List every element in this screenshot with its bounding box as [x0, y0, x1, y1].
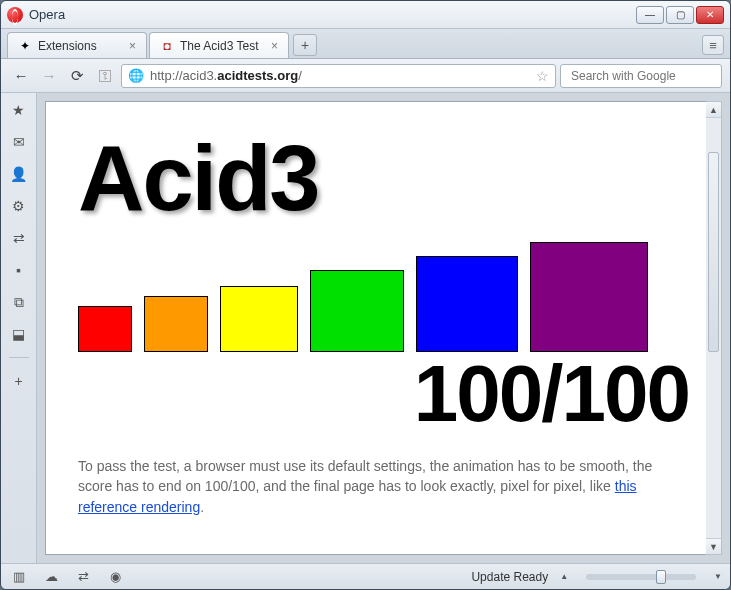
search-box[interactable] — [560, 64, 722, 88]
page-content: Acid3 100/100 To pass the test, a browse… — [45, 101, 722, 555]
reload-button[interactable]: ⟳ — [65, 64, 89, 88]
zoom-thumb[interactable] — [656, 570, 666, 584]
opera-logo-icon[interactable] — [7, 7, 23, 23]
status-text: Update Ready — [471, 570, 548, 584]
tab-close-icon[interactable]: × — [129, 39, 136, 53]
cloud-icon[interactable]: ☁ — [41, 568, 61, 586]
separator — [9, 357, 29, 358]
acid3-bar — [310, 270, 404, 352]
star-icon[interactable]: ★ — [8, 99, 30, 121]
bookmark-star-icon[interactable]: ☆ — [536, 68, 549, 84]
navigation-bar: ← → ⟳ ⚿ 🌐 http://acid3.acidtests.org/ ☆ — [1, 59, 730, 93]
tab-bar: ✦ Extensions × ◘ The Acid3 Test × + ≡ — [1, 29, 730, 59]
share-icon[interactable]: ⇄ — [8, 227, 30, 249]
app-name: Opera — [29, 7, 636, 22]
camera-icon[interactable]: ◉ — [105, 568, 125, 586]
acid3-bar — [144, 296, 208, 352]
maximize-button[interactable]: ▢ — [666, 6, 694, 24]
address-bar[interactable]: 🌐 http://acid3.acidtests.org/ ☆ — [121, 64, 556, 88]
close-button[interactable]: ✕ — [696, 6, 724, 24]
mail-icon[interactable]: ✉ — [8, 131, 30, 153]
scrollbar[interactable]: ▲ ▼ — [706, 101, 722, 555]
search-input[interactable] — [571, 69, 721, 83]
acid3-bar — [530, 242, 648, 352]
chevron-down-icon[interactable]: ▼ — [714, 572, 722, 581]
download-icon[interactable]: ⬓ — [8, 323, 30, 345]
note-icon[interactable]: ▪ — [8, 259, 30, 281]
content-area: Acid3 100/100 To pass the test, a browse… — [37, 93, 730, 563]
acid3-bar — [416, 256, 518, 352]
back-button[interactable]: ← — [9, 64, 33, 88]
tab-extensions[interactable]: ✦ Extensions × — [7, 32, 147, 58]
key-icon[interactable]: ⚿ — [93, 64, 117, 88]
status-bar: ▥ ☁ ⇄ ◉ Update Ready ▲ ▼ — [1, 563, 730, 589]
new-tab-button[interactable]: + — [293, 34, 317, 56]
globe-icon: 🌐 — [128, 68, 144, 83]
acid3-score: 100/100 — [78, 354, 689, 434]
zoom-slider[interactable] — [586, 574, 696, 580]
scroll-down-button[interactable]: ▼ — [706, 538, 721, 554]
page-icon: ◘ — [160, 39, 174, 53]
window-controls: — ▢ ✕ — [636, 6, 724, 24]
browser-window: Opera — ▢ ✕ ✦ Extensions × ◘ The Acid3 T… — [0, 0, 731, 590]
acid3-bar — [220, 286, 298, 352]
acid3-title: Acid3 — [78, 132, 689, 224]
titlebar: Opera — ▢ ✕ — [1, 1, 730, 29]
desc-text: To pass the test, a browser must use its… — [78, 458, 652, 494]
scroll-up-button[interactable]: ▲ — [706, 102, 721, 118]
panel-icon[interactable]: ▥ — [9, 568, 29, 586]
acid3-description: To pass the test, a browser must use its… — [78, 456, 689, 517]
chevron-up-icon[interactable]: ▲ — [560, 572, 568, 581]
tab-title: The Acid3 Test — [180, 39, 265, 53]
tab-acid3[interactable]: ◘ The Acid3 Test × — [149, 32, 289, 58]
user-icon[interactable]: 👤 — [8, 163, 30, 185]
body-row: ★ ✉ 👤 ⚙ ⇄ ▪ ⧉ ⬓ + Acid3 100/100 To pass … — [1, 93, 730, 563]
desc-suffix: . — [200, 499, 204, 515]
minimize-button[interactable]: — — [636, 6, 664, 24]
tab-close-icon[interactable]: × — [271, 39, 278, 53]
forward-button[interactable]: → — [37, 64, 61, 88]
plus-icon[interactable]: + — [8, 370, 30, 392]
tab-title: Extensions — [38, 39, 123, 53]
tab-menu-button[interactable]: ≡ — [702, 35, 724, 55]
acid3-bar — [78, 306, 132, 352]
window-icon[interactable]: ⧉ — [8, 291, 30, 313]
scroll-thumb[interactable] — [708, 152, 719, 352]
gear-icon[interactable]: ⚙ — [8, 195, 30, 217]
url-text: http://acid3.acidtests.org/ — [150, 68, 530, 83]
puzzle-icon: ✦ — [18, 39, 32, 53]
sidebar: ★ ✉ 👤 ⚙ ⇄ ▪ ⧉ ⬓ + — [1, 93, 37, 563]
sync-icon[interactable]: ⇄ — [73, 568, 93, 586]
acid3-bars — [78, 242, 689, 352]
